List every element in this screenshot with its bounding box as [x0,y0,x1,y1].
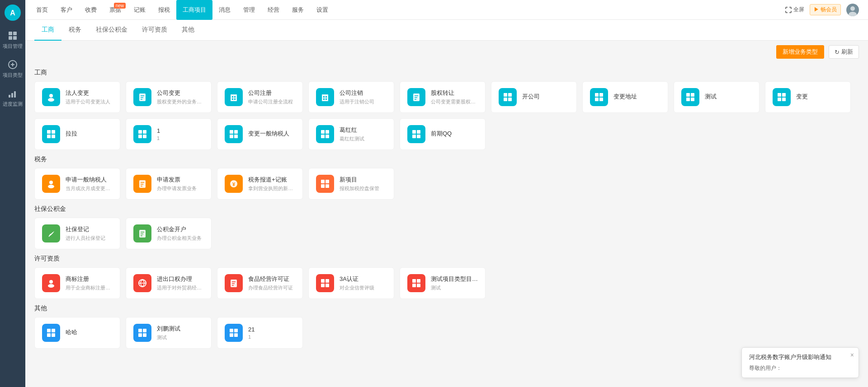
card-lala[interactable]: 拉拉 [34,118,120,150]
card-equity-transfer[interactable]: 股权转让公司变更需要股权转让 [400,81,486,113]
tab-xuke[interactable]: 许可资质 [135,20,175,41]
svg-rect-20 [234,98,236,100]
card-import-export[interactable]: 进出口权办理适用于对外贸易经营者 [126,267,212,299]
svg-point-73 [49,280,53,284]
nav-operation[interactable]: 经营 [261,0,286,20]
tab-qita[interactable]: 其他 [175,20,202,41]
sidebar-item-progress-monitor[interactable]: 进度监测 [0,83,25,112]
svg-rect-8 [11,93,13,98]
svg-rect-70 [321,184,325,188]
svg-rect-78 [326,279,329,283]
card-num1[interactable]: 11 [126,118,212,150]
refresh-button[interactable]: ↻ 刷新 [829,45,859,59]
nav-home[interactable]: 首页 [30,0,54,20]
nav-tax[interactable]: 报税 [152,0,176,20]
svg-rect-47 [138,130,142,134]
notification-close[interactable]: × [850,351,854,359]
card-info-social-register: 社保登记进行人员社保登记 [66,225,113,242]
card-icon-new-project [316,175,334,193]
card-info-open-company: 开公司 [522,93,569,102]
nav-ticket[interactable]: 票据 new [103,0,127,20]
svg-rect-34 [599,98,603,101]
card-apply-taxpayer[interactable]: 申请一般纳税人当月或次月成变更完成 [34,168,120,200]
card-info-test1: 测试 [705,93,752,102]
card-liupeng-test[interactable]: 刘鹏测试测试 [126,317,212,349]
nav-message[interactable]: 消息 [212,0,237,20]
card-social-register[interactable]: 社保登记进行人员社保登记 [34,218,120,249]
card-icon-3a-cert [316,274,334,292]
card-tax-report-account[interactable]: ¥税务报道+记账拿到营业执照的新公司 [217,168,303,200]
nav-billing[interactable]: 收费 [79,0,103,20]
card-num21[interactable]: 211 [217,317,303,349]
project-type-icon [7,59,19,70]
svg-rect-96 [234,333,238,337]
card-legal-change[interactable]: 法人变更适用于公司变更法人 [34,81,120,113]
svg-rect-5 [13,36,17,40]
cards-grid-xuke: 商标注册用于企业商标注册服务进出口权办理适用于对外贸易经营者食品经营许可证办理食… [34,267,859,299]
card-open-company[interactable]: 开公司 [491,81,577,113]
nav-customer[interactable]: 客户 [54,0,79,20]
card-desc-new-project: 报税加税控盘保管 [340,185,387,192]
topbar-right: 全屏 ▶ 畅会员 [785,4,863,16]
svg-rect-94 [234,329,238,332]
svg-rect-19 [232,98,233,100]
section-qita: 其他哈哈刘鹏测试测试211 [34,299,859,349]
card-3a-cert[interactable]: 3A认证对企业信誉评级 [308,267,394,299]
card-title-social-register: 社保登记 [66,225,113,233]
notification-title: 河北税务数字账户升级影响通知 [749,353,851,361]
svg-rect-89 [138,329,142,332]
notification-body: 尊敬的用户： [749,364,851,372]
nav-manage[interactable]: 管理 [237,0,261,20]
card-early-qq[interactable]: 前期QQ [400,118,486,150]
svg-rect-55 [321,130,325,134]
card-change-taxpayer[interactable]: 变更一般纳税人 [217,118,303,150]
card-change-address[interactable]: 变更地址 [582,81,668,113]
nav-business[interactable]: 工商项目 [176,0,212,20]
svg-point-64 [48,185,54,188]
sidebar-item-project-manage[interactable]: 项目管理 [0,25,25,54]
sidebar-item-project-type[interactable]: 项目类型 [0,54,25,83]
card-trademark[interactable]: 商标注册用于企业商标注册服务 [34,267,120,299]
card-new-project[interactable]: 新项目报税加税控盘保管 [308,168,394,200]
svg-rect-50 [143,135,146,138]
sidebar: A 项目管理 项目类型 [0,0,25,387]
content-area: 工商法人变更适用于公司变更法人公司变更股权变更外的业务变更公司注册申请公司注册全… [25,63,868,358]
svg-rect-57 [321,135,325,138]
card-fund-open[interactable]: 公积金开户办理公积金相关业务 [126,218,212,249]
card-info-change-address: 变更地址 [613,93,660,102]
sidebar-logo[interactable]: A [5,5,21,21]
nav-service[interactable]: 服务 [286,0,310,20]
card-haha[interactable]: 哈哈 [34,317,120,349]
card-desc-num1: 1 [157,135,204,141]
card-food-license[interactable]: 食品经营许可证办理食品经营许可证 [217,267,303,299]
nav-account[interactable]: 记账 [127,0,152,20]
tabs-bar: 工商 税务 社保公积金 许可资质 其他 [25,20,868,41]
card-info-company-cancel: 公司注销适用于注销公司 [340,89,387,105]
svg-rect-77 [321,279,325,283]
card-ge-honghong[interactable]: 葛红红葛红红测试 [308,118,394,150]
card-info-company-register: 公司注册申请公司注册全流程 [248,89,295,105]
tab-shuiwu[interactable]: 税务 [61,20,89,41]
svg-rect-90 [143,329,146,332]
card-test1[interactable]: 测试 [674,81,760,113]
tab-gongshang[interactable]: 工商 [34,20,61,41]
card-apply-invoice[interactable]: 申请发票办理申请发票业务 [126,168,212,200]
fullscreen-button[interactable]: 全屏 [785,6,804,14]
card-info-fund-open: 公积金开户办理公积金相关业务 [157,225,204,242]
nav-settings[interactable]: 设置 [310,0,335,20]
card-company-change[interactable]: 公司变更股权变更外的业务变更 [126,81,212,113]
card-desc-ge-honghong: 葛红红测试 [340,135,387,142]
card-company-cancel[interactable]: 公司注销适用于注销公司 [308,81,394,113]
card-info-trademark: 商标注册用于企业商标注册服务 [66,275,113,291]
new-type-button[interactable]: 新增业务类型 [776,45,824,59]
card-desc-company-cancel: 适用于注销公司 [340,98,387,105]
card-icon-trademark [42,274,60,292]
tab-shebao[interactable]: 社保公积金 [89,20,135,41]
vip-button[interactable]: ▶ 畅会员 [810,4,841,15]
card-title-test1: 测试 [705,93,752,101]
card-change1[interactable]: 变更 [765,81,851,113]
card-test-type[interactable]: 测试项目类型目定义测试 [400,267,486,299]
avatar[interactable] [846,4,859,16]
card-desc-social-register: 进行人员社保登记 [66,235,113,242]
card-company-register[interactable]: 公司注册申请公司注册全流程 [217,81,303,113]
